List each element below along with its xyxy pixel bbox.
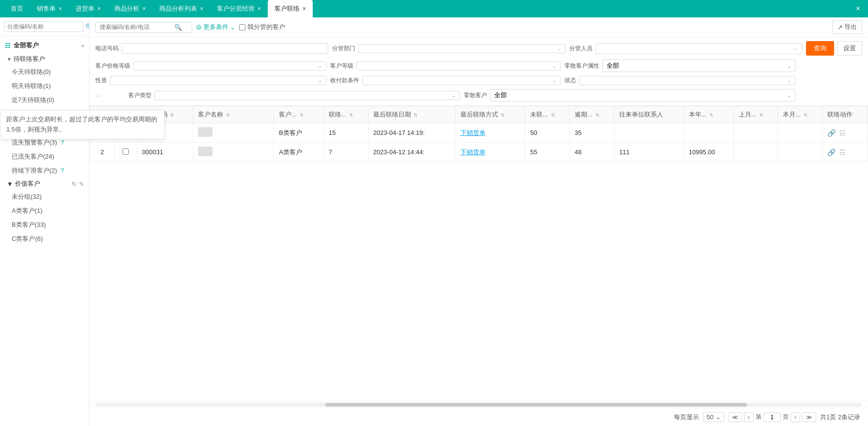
filter-dept-select[interactable]: ⌄ — [358, 44, 565, 53]
nav-sales[interactable]: 销售单 × — [30, 0, 69, 17]
lastway-link-0[interactable]: 下销货单 — [460, 129, 486, 136]
nav-analysis-list-close[interactable]: × — [200, 0, 203, 17]
sidebar-item-ungroup[interactable]: 未分组(32) — [0, 190, 89, 204]
cell-check-1[interactable] — [115, 143, 137, 162]
top-nav: 首页 销售单 × 进货单 × 商品分析 × 商品分析列表 × 客户分层经营 × … — [0, 0, 868, 17]
export-button[interactable]: ↗ 导出 — [832, 20, 862, 34]
arrow-icon: ▼ — [7, 57, 12, 62]
col-thisyear-header[interactable]: 本年... ⇅ — [684, 106, 733, 123]
settings-button[interactable]: 设置 — [837, 41, 862, 56]
filter-phone-input[interactable] — [122, 43, 328, 54]
col-name-header[interactable]: 客户名称 ⇅ — [193, 106, 274, 123]
nav-home[interactable]: 首页 — [4, 0, 30, 17]
lost-pre-help-icon[interactable]: ? — [61, 139, 64, 146]
cell-lastmonth-0 — [733, 123, 778, 143]
action-link-icon-1[interactable]: 🔗 — [827, 148, 836, 156]
nav-sales-close[interactable]: × — [59, 0, 62, 17]
filter-search-input[interactable] — [100, 24, 172, 30]
filter-price-level-select[interactable]: ⌄ — [133, 61, 326, 71]
cell-num-1: 2 — [90, 143, 115, 162]
filter-cust-type-select[interactable]: ⌄ — [154, 91, 460, 100]
sidebar-all-customers[interactable]: ☷ 全部客户 « — [0, 39, 89, 52]
nav-customer-layer-close[interactable]: × — [258, 0, 261, 17]
filter-status-select[interactable]: ⌄ — [579, 76, 795, 85]
customer-table: ⚙ 客户编码 ⇅ 客户名称 ⇅ 客户... ⇅ — [90, 106, 868, 162]
action-link-icon-0[interactable]: 🔗 — [827, 129, 836, 137]
filter-search-icon[interactable]: 🔍 — [174, 24, 182, 31]
filter-customer-level-select[interactable]: ⌄ — [356, 61, 561, 71]
nav-purchase[interactable]: 进货单 × — [69, 0, 107, 17]
col-lastmonth-header[interactable]: 上月... ⇅ — [733, 106, 778, 123]
sidebar-item-c-class[interactable]: C类客户(6) — [0, 232, 89, 246]
my-customer-checkbox[interactable] — [239, 24, 245, 30]
cell-lastway-0[interactable]: 下销货单 — [455, 123, 525, 143]
col-overdue-header[interactable]: 逾期... ⇅ — [570, 106, 614, 123]
refresh-icon[interactable]: ↻ — [72, 180, 77, 188]
filter-row-2: 客户价格等级 ⌄ 客户等级 ⌄ 零散客户属性 全部 — [95, 58, 862, 74]
page-next-btn[interactable]: › — [791, 412, 800, 422]
sidebar-search-icon[interactable]: 🔍 — [85, 23, 90, 30]
retail-attr-arrow: ⌄ — [787, 63, 791, 69]
filter-retail-attr-select[interactable]: 全部 ⌄ — [602, 59, 795, 72]
pagination-bar: 每页显示 50 ⌄ ≪ ‹ 第 页 › ≫ 共1页 2条记录 — [90, 408, 868, 426]
action-grid-icon-1[interactable]: ☷ — [839, 148, 846, 156]
sidebar-item-a-class[interactable]: A类客户(1) — [0, 204, 89, 218]
nav-customer-contact[interactable]: 客户联络 × — [268, 0, 313, 17]
action-grid-icon-0[interactable]: ☷ — [839, 129, 846, 137]
sidebar-collapse-btn[interactable]: « — [81, 43, 84, 48]
page-input[interactable] — [763, 412, 781, 422]
nav-purchase-close[interactable]: × — [97, 0, 101, 17]
nav-customer-layer[interactable]: 客户分层经营 × — [210, 0, 268, 17]
row4-ellipsis[interactable]: ··· — [95, 92, 101, 99]
filter-gender-select[interactable]: ⌄ — [110, 76, 326, 85]
col-contact-header[interactable]: 联络... ⇅ — [323, 106, 368, 123]
filter-person-select[interactable]: ··· — [595, 43, 802, 54]
cell-lastmonth-1 — [733, 143, 778, 162]
page-last-btn[interactable]: ≫ — [802, 412, 816, 422]
sidebar-item-tomorrow[interactable]: 明天待联络(1) — [0, 79, 89, 93]
filter-retail-customer-select[interactable]: 全部 ⌄ — [490, 89, 795, 102]
col-type-header[interactable]: 客户... ⇅ — [274, 106, 324, 123]
tooltip-box: 距客户上次交易时长，超过了此客户的平均交易周期的1.5倍，则视为异常。 — [0, 110, 89, 139]
sidebar-item-b-class[interactable]: B类客户(33) — [0, 218, 89, 232]
scroll-thumb[interactable] — [325, 403, 747, 407]
more-filters-btn[interactable]: ☮ 更多条件 ⌄ — [196, 23, 235, 31]
col-notcontact-header[interactable]: 未联... ⇅ — [525, 106, 570, 123]
thismonth-sort-icon: ⇅ — [804, 112, 807, 118]
horizontal-scrollbar[interactable] — [90, 401, 868, 408]
col-lastway-header[interactable]: 最后联络方式 ⇅ — [455, 106, 525, 123]
avatar-0 — [198, 127, 213, 137]
col-lastdate-header[interactable]: 最后联络日期 ⇅ — [368, 106, 455, 123]
sidebar-item-today[interactable]: 今天待联络(0) — [0, 65, 89, 79]
sidebar-search-input[interactable] — [4, 21, 83, 32]
cell-contact-0: 15 — [323, 123, 368, 143]
declining-help-icon[interactable]: ? — [61, 167, 64, 174]
sidebar-item-lost[interactable]: 已流失客户(24) — [0, 150, 89, 164]
col-thismonth-header[interactable]: 本月... ⇅ — [778, 106, 822, 123]
cell-lastway-1[interactable]: 下销货单 — [455, 143, 525, 162]
page-prev-btn[interactable]: ‹ — [744, 412, 754, 422]
row-checkbox-1[interactable] — [122, 148, 129, 155]
lastway-link-1[interactable]: 下销货单 — [460, 148, 486, 156]
sidebar-item-declining[interactable]: 持续下滑客户(2) ? — [0, 164, 89, 178]
col-visits-header[interactable]: 往来单位联系人 — [614, 106, 684, 123]
nav-analysis-list[interactable]: 商品分析列表 × — [152, 0, 210, 17]
code-sort-icon: ⇅ — [170, 112, 174, 118]
person-select-ellipsis[interactable]: ··· — [792, 45, 798, 52]
sidebar-pending-group-title[interactable]: ▼ 待联络客户 — [0, 53, 89, 65]
query-button[interactable]: 查询 — [806, 41, 834, 56]
thisyear-sort-icon: ⇅ — [709, 112, 713, 118]
nav-analysis[interactable]: 商品分析 × — [107, 0, 152, 17]
page-first-btn[interactable]: ≪ — [728, 412, 742, 422]
nav-customer-contact-close[interactable]: × — [303, 0, 306, 17]
sidebar-item-7days[interactable]: 近7天待联络(0) — [0, 93, 89, 107]
lastdate-sort-icon: ⇅ — [413, 112, 417, 118]
filter-payment-select[interactable]: ⌄ — [362, 76, 561, 85]
gender-arrow: ⌄ — [318, 78, 322, 83]
content-area: 🔍 ☮ 更多条件 ⌄ 我分管的客户 ↗ 导出 — [90, 17, 868, 426]
edit-icon[interactable]: ✎ — [79, 180, 84, 188]
per-page-arrow: ⌄ — [716, 413, 721, 421]
close-all-tabs[interactable]: × — [852, 4, 864, 13]
per-page-select[interactable]: 50 ⌄ — [703, 412, 724, 422]
nav-analysis-close[interactable]: × — [142, 0, 146, 17]
